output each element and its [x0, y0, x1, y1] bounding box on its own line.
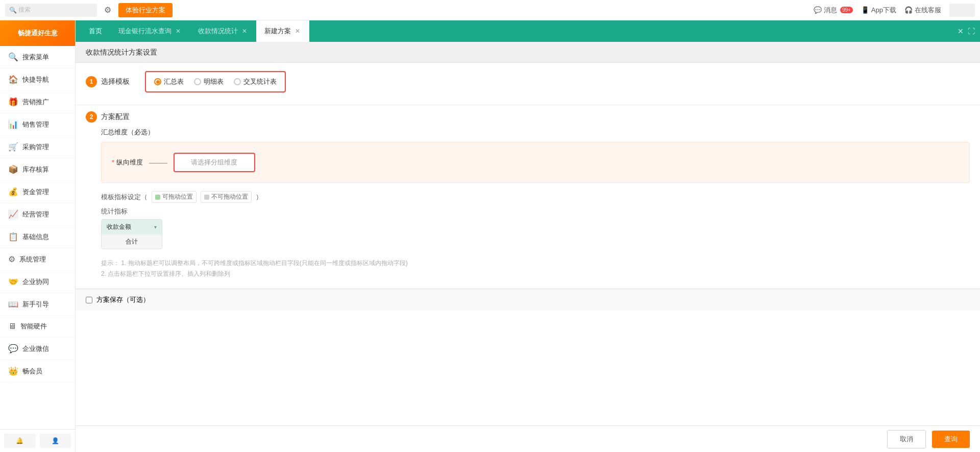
- search-placeholder: 搜索: [18, 6, 31, 14]
- metric-tables-area: 统计指标 收款金额 ▾ 合计: [101, 207, 970, 251]
- content-area: 首页 现金银行流水查询 ✕ 收款情况统计 ✕ 新建方案 ✕ ✕ ⛶: [76, 20, 980, 452]
- tab-expand-icon[interactable]: ⛶: [968, 27, 975, 35]
- step1-title: 选择模板: [101, 77, 130, 86]
- stats-label-area: 统计指标 收款金额 ▾ 合计: [101, 207, 162, 251]
- basic-icon: 📋: [8, 232, 18, 242]
- radio-detail[interactable]: 明细表: [194, 77, 224, 86]
- sidebar-item-hardware[interactable]: 🖥 智能硬件: [0, 316, 75, 338]
- sidebar-label-system: 系统管理: [19, 255, 46, 264]
- service-icon: 🎧: [904, 6, 913, 14]
- sidebar-item-search[interactable]: 🔍 搜索菜单: [0, 46, 75, 68]
- sidebar-item-inventory[interactable]: 📦 库存核算: [0, 158, 75, 181]
- sidebar-bottom-btn1[interactable]: 🔔: [4, 434, 36, 448]
- vertical-label-text: 纵向维度: [116, 158, 143, 166]
- member-icon: 👑: [8, 366, 18, 376]
- user-avatar[interactable]: [949, 4, 975, 17]
- sidebar-item-marketing[interactable]: 🎁 营销推广: [0, 91, 75, 113]
- sidebar-item-guide[interactable]: 📖 新手引导: [0, 293, 75, 316]
- message-label: 消息: [824, 6, 837, 15]
- radio-summary[interactable]: 汇总表: [154, 77, 184, 86]
- message-item[interactable]: 💬 消息 99+: [814, 6, 853, 15]
- industry-button[interactable]: 体验行业方案: [118, 3, 173, 17]
- tab-receipts-label: 收款情况统计: [198, 27, 238, 36]
- save-option: 方案保存（可选）: [76, 289, 980, 311]
- sidebar-item-sales[interactable]: 📊 销售管理: [0, 113, 75, 136]
- sidebar-item-home[interactable]: 🏠 快捷导航: [0, 68, 75, 91]
- sidebar-item-collab[interactable]: 🤝 企业协同: [0, 271, 75, 293]
- download-label: App下载: [871, 6, 896, 15]
- query-button[interactable]: 查询: [932, 431, 970, 448]
- download-item[interactable]: 📱 App下载: [861, 6, 896, 15]
- wechat-icon: 💬: [8, 344, 18, 353]
- stats-area-label: 统计指标: [101, 207, 162, 216]
- sidebar-label-home: 快捷导航: [22, 75, 49, 84]
- sidebar-item-purchase[interactable]: 🛒 采购管理: [0, 136, 75, 158]
- tab-newplan-close[interactable]: ✕: [294, 27, 301, 36]
- step2-title: 方案配置: [101, 112, 130, 122]
- sidebar-bottom-btn2[interactable]: 👤: [40, 434, 71, 448]
- top-bar: 🔍 搜索 ⚙ 体验行业方案 💬 消息 99+ 📱 App下载 🎧 在线客服: [0, 0, 980, 20]
- tip-2: 2. 点击标题栏下拉可设置排序、插入列和删除列: [101, 270, 970, 278]
- system-icon: ⚙: [8, 254, 15, 264]
- service-item[interactable]: 🎧 在线客服: [904, 6, 941, 15]
- sidebar-item-basic[interactable]: 📋 基础信息: [0, 226, 75, 248]
- search-icon: 🔍: [9, 7, 17, 14]
- save-checkbox-label[interactable]: 方案保存（可选）: [96, 295, 150, 304]
- dim-select-button[interactable]: 请选择分组维度: [174, 153, 255, 172]
- tab-cashflow-close[interactable]: ✕: [175, 27, 182, 36]
- tip-1: 提示： 1. 拖动标题栏可以调整布局，不可跨维度或指标区域拖动栏目字段(只能在同…: [101, 259, 970, 268]
- immovable-tag: 不可拖动位置: [201, 191, 252, 203]
- sidebar-item-member[interactable]: 👑 畅会员: [0, 360, 75, 383]
- logo-text: 畅捷通好生意: [18, 29, 58, 38]
- sidebar-label-hardware: 智能硬件: [20, 322, 47, 331]
- page-inner: 收款情况统计方案设置 1 选择模板 汇总表: [76, 42, 980, 425]
- bottom-bar: 取消 查询: [76, 425, 980, 452]
- finance-icon: 💰: [8, 187, 18, 197]
- metric-config: 模板指标设定（ 可拖动位置 不可拖动位置 ）: [101, 191, 970, 251]
- radio-cross-circle: [234, 78, 241, 85]
- message-badge: 99+: [840, 7, 853, 13]
- required-star: *: [112, 158, 114, 166]
- save-checkbox[interactable]: [86, 297, 92, 303]
- sidebar-logo: 畅捷通好生意: [0, 20, 75, 46]
- radio-detail-label: 明细表: [204, 77, 224, 86]
- sidebar-item-management[interactable]: 📈 经营管理: [0, 203, 75, 226]
- management-icon: 📈: [8, 209, 18, 219]
- inventory-icon: 📦: [8, 164, 18, 174]
- tab-cashflow[interactable]: 现金银行流水查询 ✕: [110, 20, 190, 42]
- step1-row: 1 选择模板 汇总表 明细表: [86, 71, 970, 92]
- tab-close-icon[interactable]: ✕: [958, 27, 964, 35]
- sidebar-label-guide: 新手引导: [22, 300, 49, 309]
- tab-newplan[interactable]: 新建方案 ✕: [256, 20, 309, 42]
- vertical-label: * 纵向维度: [112, 158, 143, 167]
- sidebar-label-sales: 销售管理: [22, 120, 49, 129]
- tab-cashflow-label: 现金银行流水查询: [118, 27, 172, 36]
- tab-home[interactable]: 首页: [81, 20, 110, 42]
- tips-section: 提示： 1. 拖动标题栏可以调整布局，不可跨维度或指标区域拖动栏目字段(只能在同…: [101, 259, 970, 278]
- main-layout: 畅捷通好生意 🔍 搜索菜单 🏠 快捷导航 🎁 营销推广 📊 销售管理 🛒 采购管…: [0, 20, 980, 452]
- metric-header-text: 收款金额: [107, 223, 131, 231]
- cancel-button[interactable]: 取消: [887, 430, 926, 448]
- radio-cross-label: 交叉统计表: [243, 77, 277, 86]
- search-bar[interactable]: 🔍 搜索: [5, 4, 97, 17]
- sidebar-item-finance[interactable]: 💰 资金管理: [0, 181, 75, 203]
- sidebar-label-inventory: 库存核算: [22, 165, 49, 174]
- movable-label: 可拖动位置: [162, 193, 193, 201]
- marketing-icon: 🎁: [8, 97, 18, 107]
- sidebar-item-system[interactable]: ⚙ 系统管理: [0, 248, 75, 271]
- gear-button[interactable]: ⚙: [101, 4, 114, 17]
- immovable-dot-icon: [204, 195, 209, 200]
- metric-table: 收款金额 ▾ 合计: [101, 219, 162, 249]
- chevron-down-icon[interactable]: ▾: [154, 224, 157, 230]
- download-icon: 📱: [861, 6, 869, 14]
- movable-dot-icon: [155, 195, 160, 200]
- tab-receipts[interactable]: 收款情况统计 ✕: [190, 20, 256, 42]
- sidebar-item-wechat[interactable]: 💬 企业微信: [0, 338, 75, 360]
- radio-cross[interactable]: 交叉统计表: [234, 77, 277, 86]
- top-bar-right: 💬 消息 99+ 📱 App下载 🎧 在线客服: [814, 4, 975, 17]
- radio-summary-label: 汇总表: [164, 77, 184, 86]
- sidebar-label-wechat: 企业微信: [22, 344, 49, 353]
- collab-icon: 🤝: [8, 277, 18, 287]
- tab-receipts-close[interactable]: ✕: [241, 27, 248, 36]
- guide-icon: 📖: [8, 299, 18, 309]
